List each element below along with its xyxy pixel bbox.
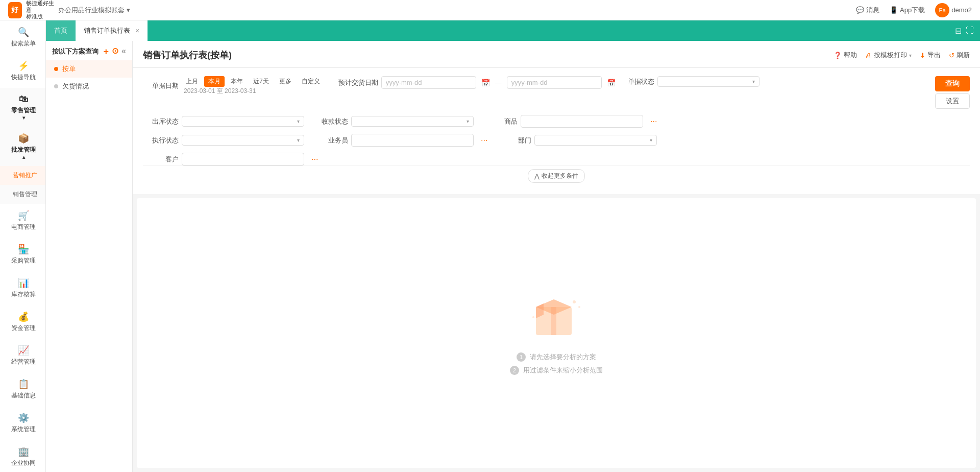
purchase-icon: 🏪 [18, 244, 29, 255]
sidebar-item-retail[interactable]: 🛍 零售管理 ▾ [0, 88, 45, 127]
expected-date-end-input[interactable] [507, 76, 602, 89]
panel-header: 按以下方案查询 + ⊙ « [46, 47, 132, 60]
sidebar-label-inventory: 库存核算 [11, 290, 36, 299]
sidebar-item-marketing[interactable]: 营销推广 [0, 166, 45, 185]
sidebar-label-finance: 资金管理 [11, 324, 36, 333]
help-button[interactable]: ❓ 帮助 [834, 51, 857, 60]
customer-field[interactable] [186, 155, 300, 163]
date-btn-this-year[interactable]: 本年 [227, 76, 247, 87]
sidebar-label-marketing: 营销推广 [13, 171, 37, 180]
app-download-button[interactable]: 📱 App下载 [890, 6, 925, 15]
department-group: 部门 [496, 135, 657, 146]
sidebar-item-finance[interactable]: 💰 资金管理 [0, 305, 45, 339]
panel-header-actions: + ⊙ « [104, 47, 126, 56]
tab-home[interactable]: 首页 [46, 20, 76, 41]
expected-date-start-field[interactable] [386, 79, 472, 86]
customer-ellipsis-button[interactable]: ··· [311, 155, 318, 164]
date-btn-more[interactable]: 更多 [275, 76, 296, 87]
tab-maximize-button[interactable]: ⛶ [966, 26, 974, 35]
receive-status-arrow [467, 119, 469, 124]
date-btn-this-month[interactable]: 本月 [204, 76, 225, 87]
print-button[interactable]: 🖨 按模板打印 ▾ [865, 51, 912, 60]
app-selector[interactable]: 办公用品行业模拟账套 ▾ [54, 4, 134, 17]
tab-minimize-button[interactable]: ⊟ [955, 26, 962, 36]
empty-illustration [526, 289, 587, 340]
expected-date-start-input[interactable] [381, 76, 476, 89]
department-arrow [650, 137, 652, 143]
sidebar-item-enterprise[interactable]: 🏢 企业协同 [0, 440, 45, 472]
doc-status-arrow [752, 79, 755, 84]
panel-collapse-button[interactable]: « [121, 47, 126, 56]
sidebar-label-basic: 基础信息 [11, 391, 36, 400]
message-button[interactable]: 💬 消息 [856, 6, 879, 15]
date-filter-group: 单据日期 上月 本月 本年 近7天 更多 自定义 20 [143, 76, 324, 96]
search-icon: 🔍 [18, 27, 29, 38]
calendar-start-icon[interactable]: 📅 [481, 79, 490, 87]
sidebar-label-wholesale: 批发管理 [11, 146, 36, 154]
sidebar-item-ecommerce[interactable]: 🛒 电商管理 [0, 204, 45, 238]
system-icon: ⚙️ [18, 412, 29, 423]
print-arrow: ▾ [909, 53, 912, 58]
salesperson-input[interactable] [351, 134, 474, 147]
product-field[interactable] [525, 117, 639, 125]
department-label: 部门 [496, 136, 531, 145]
app-selector-chevron: ▾ [127, 6, 130, 14]
refresh-label: 刷新 [957, 51, 970, 60]
sidebar-item-system[interactable]: ⚙️ 系统管理 [0, 406, 45, 440]
salesperson-ellipsis-button[interactable]: ··· [481, 136, 487, 145]
print-icon: 🖨 [865, 52, 872, 59]
sidebar-label-sales: 销售管理 [13, 190, 37, 199]
panel-title: 按以下方案查询 [52, 47, 99, 56]
calendar-end-icon[interactable]: 📅 [607, 79, 616, 87]
user-menu[interactable]: Ea demo2 [935, 3, 972, 17]
date-btn-last-month[interactable]: 上月 [182, 76, 202, 87]
customer-input[interactable] [182, 153, 304, 166]
date-btn-7days[interactable]: 近7天 [249, 76, 273, 87]
panel-item-by-order[interactable]: 按单 [46, 60, 132, 78]
settings-button[interactable]: 设置 [935, 93, 970, 109]
header-actions: ❓ 帮助 🖨 按模板打印 ▾ ⬇ 导出 [834, 51, 970, 60]
filter-area: 单据日期 上月 本月 本年 近7天 更多 自定义 20 [133, 68, 980, 194]
export-button[interactable]: ⬇ 导出 [920, 51, 941, 60]
sidebar-item-purchase[interactable]: 🏪 采购管理 [0, 238, 45, 271]
exec-status-select[interactable] [182, 135, 304, 146]
panel-item-shortage[interactable]: 欠货情况 [46, 78, 132, 95]
sidebar-item-sales[interactable]: 销售管理 [0, 185, 45, 204]
sidebar-item-quicknav[interactable]: ⚡ 快捷导航 [0, 54, 45, 88]
out-status-select[interactable] [182, 116, 304, 127]
date-btn-custom[interactable]: 自定义 [298, 76, 324, 87]
search-button[interactable]: 查询 [935, 76, 970, 91]
sidebar-item-operations[interactable]: 📈 经营管理 [0, 339, 45, 372]
sidebar-item-basic[interactable]: 📋 基础信息 [0, 372, 45, 406]
panel-add-button[interactable]: + [104, 47, 109, 56]
empty-hint-1-text: 请先选择要分析的方案 [530, 352, 596, 362]
quicknav-icon: ⚡ [18, 60, 29, 72]
sidebar-item-wholesale[interactable]: 📦 批发管理 ▴ [0, 127, 45, 166]
sidebar-sub-wholesale: 营销推广 销售管理 [0, 166, 45, 204]
department-select[interactable] [534, 135, 657, 146]
product-label: 商品 [482, 117, 518, 126]
panel-copy-button[interactable]: ⊙ [112, 47, 118, 56]
tab-home-label: 首页 [54, 26, 67, 35]
product-group: 商品 ··· [482, 115, 657, 128]
download-icon: 📱 [890, 6, 898, 14]
sidebar-item-search[interactable]: 🔍 搜索菜单 [0, 20, 45, 54]
inventory-icon: 📊 [18, 277, 29, 289]
product-ellipsis-button[interactable]: ··· [650, 117, 657, 126]
receive-status-select[interactable] [351, 116, 474, 127]
sidebar-item-inventory[interactable]: 📊 库存核算 [0, 271, 45, 305]
product-input[interactable] [521, 115, 643, 128]
customer-label: 客户 [143, 155, 179, 164]
tab-close-button[interactable]: × [135, 27, 139, 35]
refresh-button[interactable]: ↺ 刷新 [949, 51, 970, 60]
collapse-button[interactable]: ⋀ 收起更多条件 [528, 169, 585, 183]
tab-active[interactable]: 销售订单执行表 × [76, 20, 148, 41]
svg-point-6 [532, 316, 534, 318]
finance-icon: 💰 [18, 311, 29, 322]
filter-row-1: 单据日期 上月 本月 本年 近7天 更多 自定义 20 [143, 76, 970, 109]
expected-date-end-field[interactable] [511, 79, 597, 86]
salesperson-field[interactable] [356, 136, 469, 144]
doc-status-select[interactable] [657, 76, 760, 87]
sidebar-label-operations: 经营管理 [11, 358, 36, 366]
empty-hint-2-text: 用过滤条件来缩小分析范围 [523, 366, 603, 375]
